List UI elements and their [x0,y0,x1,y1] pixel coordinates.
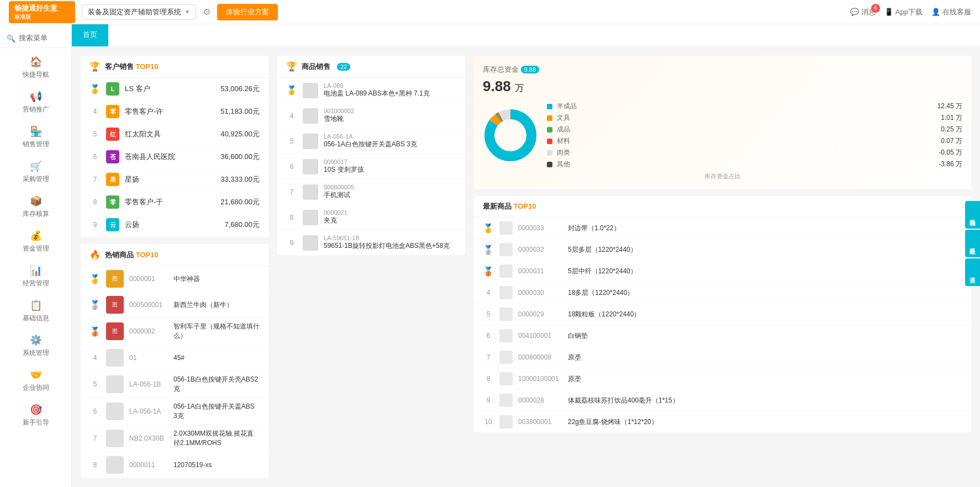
product-code: 0000033 [518,224,562,232]
sidebar-item-system[interactable]: ⚙️ 系统管理 [0,329,71,363]
table-row: 5 LA-056-1A 056-1A白色按键开关盖ABS 3克 [277,129,465,154]
medal-icon: 🥇 [89,84,101,94]
top-bar-right: 💬 消息 6 📱 App下载 👤 在线客服 [850,7,971,17]
sidebar-item-basic-info[interactable]: 📋 基础信息 [0,294,71,329]
rank-number: 6 [483,332,494,340]
legend-color [547,150,552,156]
product-thumb [303,159,318,174]
legend-color [547,127,552,133]
legend-value: -0.05 万 [929,148,962,157]
settings-icon[interactable]: ⚙ [203,7,210,17]
sidebar-item-quick-nav[interactable]: 🏠 快捷导航 [0,50,71,85]
list-item: 7 NB2.0X30B 2.0X30MM双摇花轴.摇花直径2.1MM/ROHS [81,425,268,452]
table-row: 🥇 LA-089 电池盖 LA-089 ABS本色+黑种 7.1克 [277,78,465,103]
product-name: 45# [173,354,260,362]
sidebar-item-sales[interactable]: 🏪 销售管理 [0,120,71,155]
customer-amount: 40,925.00元 [220,129,260,139]
float-btn-service[interactable]: 客服热线 [965,201,980,229]
right-column: 库存总资金 9.88 9.88 万 [474,56,971,478]
customer-badge: 苍 [106,150,119,163]
product-code: 0000001 [129,275,168,283]
customer-name: 红太阳文具 [125,129,215,139]
service-icon: 👤 [931,8,940,16]
product-code: 001000002 [324,108,456,114]
message-button[interactable]: 💬 消息 6 [850,7,876,17]
rank-number: 7 [286,188,297,196]
sidebar-item-guide[interactable]: 🎯 新手引导 [0,398,71,433]
product-name: 电池盖 LA-089 ABS本色+黑种 7.1克 [324,89,456,98]
table-row: 10 肖 肖总 7,563.00元 [81,236,268,237]
sidebar-search[interactable]: 🔍 搜索菜单 [0,29,71,48]
sidebar-item-label: 采购管理 [23,174,49,184]
new-products-list: 🥇 0000033 封边带（1.0*22） 🥈 0000032 5层多层（122… [474,218,971,432]
sidebar-item-finance[interactable]: 💰 资金管理 [0,224,71,259]
basic-info-icon: 📋 [30,299,42,311]
legend-label: 文具 [557,113,925,123]
customer-amount: 53,006.26元 [220,84,260,94]
sidebar-item-operation[interactable]: 📊 经营管理 [0,259,71,294]
hot-products-card: 🔥 热销商品 TOP10 🥇 图 0000001 中华神器 [81,244,268,478]
float-btn-live[interactable]: 直播 [965,258,980,286]
hot-products-list: 🥇 图 0000001 中华神器 🥈 图 000 [81,266,268,478]
product-sales-header: 🏆 商品销售 22 [277,56,465,78]
product-name: 18颗粒板（1220*2440） [568,310,962,319]
list-item: 5 0000029 18颗粒板（1220*2440） [474,304,971,325]
purchase-icon: 🛒 [30,160,42,172]
rank-number: 4 [89,108,101,115]
sidebar-item-enterprise[interactable]: 🤝 企业协同 [0,363,71,398]
online-service-button[interactable]: 👤 在线客服 [931,7,971,17]
list-item: 10 003800001 22g鱼豆腐-烧烤味（1*12*20） [474,411,971,432]
product-name: 056-1A白色按键开关盖ABS 3克 [324,140,456,149]
product-name: 原垄 [568,374,962,384]
product-code: 0000021 [324,209,456,216]
list-item: 🥈 图 000500001 新西兰牛肉（新牛） [81,292,268,318]
product-image: 图 [106,322,124,340]
app-download-button[interactable]: 📱 App下载 [884,7,923,17]
product-name: 中华神器 [173,274,260,284]
customer-amount: 21,680.00元 [220,197,260,207]
sidebar-item-label: 快捷导航 [23,70,49,80]
new-products-header: 最新商品 TOP10 [474,196,971,218]
product-image [106,456,124,474]
product-image [106,375,124,393]
sidebar-item-inventory[interactable]: 📦 库存核算 [0,189,71,224]
rank-number: 5 [89,380,101,388]
finance-icon: 💰 [30,230,42,242]
product-name: 2.0X30MM双摇花轴.摇花直径2.1MM/ROHS [173,429,260,448]
legend-value: 12.45 万 [929,102,962,111]
system-selector[interactable]: 装备及固定资产辅助管理系统 ▼ [82,4,196,20]
home-icon: 🏠 [30,56,42,68]
rank-number: 8 [483,375,494,383]
legend-color [547,162,552,167]
mid-column: 🏆 商品销售 22 🥇 LA-089 电池盖 LA-089 ABS本色+黑种 7… [277,56,465,478]
new-products-card: 最新商品 TOP10 🥇 0000033 封边带（1.0*22） 🥈 00 [474,196,971,432]
product-sales-card: 🏆 商品销售 22 🥇 LA-089 电池盖 LA-089 ABS本色+黑种 7… [277,56,465,255]
rank-number: 4 [286,112,297,120]
product-sales-title: 商品销售 [302,62,330,72]
product-thumb [499,221,513,235]
sidebar-item-marketing[interactable]: 📢 营销推广 [0,85,71,120]
list-item: 7 000800008 原垄 [474,347,971,368]
chart-subtitle: 库存资金占比 [483,172,962,181]
customer-amount: 51,183.00元 [220,107,260,117]
rank-number: 9 [483,396,494,404]
customer-amount: 33,333.00元 [220,174,260,184]
product-code: LA-59651-1B [324,235,456,241]
product-sales-list: 🥇 LA-089 电池盖 LA-089 ABS本色+黑种 7.1克 4 [277,78,465,255]
product-name: 12070519-xs [173,461,260,469]
sidebar-item-label: 经营管理 [23,279,49,288]
list-item: 4 0000030 18多层（1220*2440） [474,282,971,304]
product-thumb [499,329,513,342]
inventory-card: 库存总资金 9.88 9.88 万 [474,56,971,189]
trial-button[interactable]: 体验行业方案 [217,4,278,20]
product-name: 手机测试 [324,190,456,200]
table-row: 4 零 零售客户-许 51,183.00元 [81,100,268,123]
tab-home[interactable]: 首页 [72,24,108,46]
legend-label: 肉类 [557,148,925,157]
float-btn-community[interactable]: 服务社区 [965,230,980,257]
logo: 畅捷通好生意 标准版 [9,1,75,23]
legend-label: 半成品 [557,102,925,111]
system-name: 装备及固定资产辅助管理系统 [88,7,181,17]
legend-value: 0.25 万 [929,125,962,134]
sidebar-item-purchase[interactable]: 🛒 采购管理 [0,155,71,189]
